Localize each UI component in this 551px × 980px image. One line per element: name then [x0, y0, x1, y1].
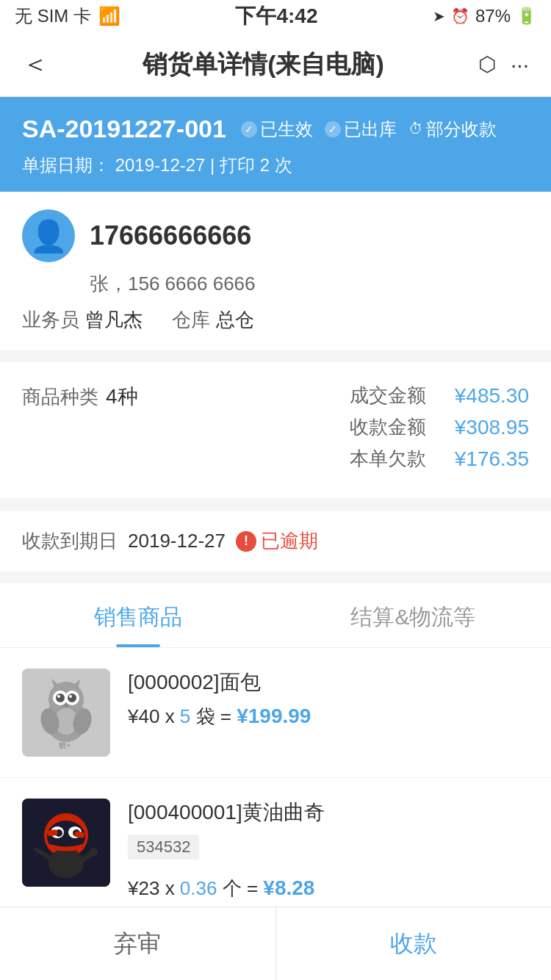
badge-effective: ✓ 已生效	[241, 118, 313, 141]
product-name-2: [000400001]黄油曲奇	[128, 799, 529, 826]
due-date-value: 2019-12-27	[128, 530, 226, 552]
tab-settlement[interactable]: 结算&物流等	[276, 583, 551, 647]
svg-point-6	[68, 693, 76, 702]
nav-left: ＜	[22, 46, 48, 82]
product-qty-2: 0.36	[180, 877, 217, 899]
back-button[interactable]: ＜	[22, 46, 48, 82]
svg-point-8	[69, 695, 72, 698]
check-icon-1: ✓	[241, 121, 257, 137]
customer-card: 👤 17666666666 张，156 6666 6666 业务员 曾凡杰 仓库…	[0, 192, 551, 350]
location-icon: ➤	[433, 7, 445, 25]
overdue-badge: ! 已逾期	[236, 528, 318, 554]
summary-card: 商品种类 4种 成交金额 ¥485.30 收款金额 ¥308.95 本单欠款 ¥…	[0, 362, 551, 498]
nav-right: ⬡ ···	[478, 52, 529, 77]
alarm-icon: ⏰	[451, 7, 469, 25]
badge-partial: ⏱ 部分收款	[408, 118, 497, 141]
product-thumbnail-1: 貔+	[22, 669, 110, 757]
svg-point-5	[56, 693, 65, 702]
header-card: SA-20191227-001 ✓ 已生效 ✓ 已出库 ⏱ 部分收款 单据日期：…	[0, 97, 551, 192]
battery-icon: 🔋	[516, 7, 536, 26]
overdue-text: 已逾期	[261, 528, 318, 554]
svg-point-27	[89, 848, 98, 857]
summary-row: 商品种类 4种 成交金额 ¥485.30 收款金额 ¥308.95 本单欠款 ¥…	[22, 383, 529, 478]
nav-title: 销货单详情(来自电脑)	[143, 48, 384, 82]
confirm-button[interactable]: 收款	[276, 907, 552, 980]
clock-icon: ⏱	[408, 120, 423, 137]
product-info-1: [0000002]面包 ¥40 x 5 袋 = ¥199.99	[128, 669, 529, 729]
summary-right: 成交金额 ¥485.30 收款金额 ¥308.95 本单欠款 ¥176.35	[350, 383, 529, 478]
due-date-card: 收款到期日 2019-12-27 ! 已逾期	[0, 510, 551, 572]
order-id: SA-20191227-001	[22, 115, 226, 143]
customer-top: 👤 17666666666	[22, 209, 529, 262]
amount-label: 成交金额	[350, 383, 426, 408]
received-value: ¥308.95	[441, 416, 529, 439]
product-total-1: ¥199.99	[237, 705, 311, 727]
tab-sales-products[interactable]: 销售商品	[0, 583, 276, 647]
cancel-button[interactable]: 弃审	[0, 907, 276, 980]
status-bar: 无 SIM 卡 📶 下午4:42 ➤ ⏰ 87% 🔋	[0, 0, 551, 32]
cookie-svg	[22, 799, 110, 887]
salesperson-value: 曾凡杰	[85, 307, 143, 333]
product-price-1: ¥40 x 5 袋 = ¥199.99	[128, 704, 529, 729]
status-right: ➤ ⏰ 87% 🔋	[433, 6, 536, 26]
owed-value: ¥176.35	[441, 447, 529, 471]
badge-shipped: ✓ 已出库	[325, 118, 397, 141]
avatar: 👤	[22, 209, 75, 262]
customer-phone: 17666666666	[90, 220, 251, 251]
svg-point-7	[57, 695, 60, 698]
owed-label: 本单欠款	[350, 446, 426, 472]
product-price-2: ¥23 x 0.36 个 = ¥8.28	[128, 876, 529, 901]
customer-name: 张，156 6666 6666	[90, 271, 529, 297]
product-qty-1: 5	[180, 705, 190, 727]
product-item-2: [000400001]黄油曲奇 534532 ¥23 x 0.36 个 = ¥8…	[0, 778, 551, 923]
battery-text: 87%	[475, 6, 511, 26]
warehouse-item: 仓库 总仓	[172, 307, 254, 333]
nav-bar: ＜ 销货单详情(来自电脑) ⬡ ···	[0, 32, 551, 97]
header-card-top: SA-20191227-001 ✓ 已生效 ✓ 已出库 ⏱ 部分收款	[22, 115, 529, 143]
status-left: 无 SIM 卡 📶	[15, 4, 120, 28]
due-label: 收款到期日	[22, 528, 118, 554]
product-thumbnail-2	[22, 799, 110, 887]
header-sub: 单据日期： 2019-12-27 | 打印 2 次	[22, 154, 529, 177]
product-info-2: [000400001]黄油曲奇 534532 ¥23 x 0.36 个 = ¥8…	[128, 799, 529, 901]
customer-meta: 业务员 曾凡杰 仓库 总仓	[22, 307, 529, 333]
avatar-icon: 👤	[29, 218, 68, 254]
check-icon-2: ✓	[325, 121, 341, 137]
amount-value: ¥485.30	[441, 384, 529, 408]
summary-left: 商品种类 4种	[22, 383, 138, 411]
bottom-bar: 弃审 收款	[0, 907, 551, 980]
time-display: 下午4:42	[235, 2, 317, 30]
share-icon[interactable]: ⬡	[478, 52, 496, 76]
product-type: 商品种类 4种	[22, 383, 138, 411]
wifi-icon: 📶	[98, 6, 120, 26]
received-label: 收款金额	[350, 414, 426, 440]
warehouse-value: 总仓	[216, 307, 254, 333]
carrier-text: 无 SIM 卡	[15, 4, 91, 28]
product-list: 貔+ [0000002]面包 ¥40 x 5 袋 = ¥199.99	[0, 648, 551, 923]
owed-line: 本单欠款 ¥176.35	[350, 446, 529, 472]
svg-text:貔+: 貔+	[59, 741, 71, 749]
received-line: 收款金额 ¥308.95	[350, 414, 529, 440]
product-item: 貔+ [0000002]面包 ¥40 x 5 袋 = ¥199.99	[0, 648, 551, 778]
more-icon[interactable]: ···	[511, 52, 529, 77]
overdue-icon: !	[236, 531, 256, 552]
product-name-1: [0000002]面包	[128, 669, 529, 696]
warehouse-label: 仓库	[172, 307, 210, 333]
tabs-container: 销售商品 结算&物流等	[0, 583, 551, 648]
amount-line: 成交金额 ¥485.30	[350, 383, 529, 408]
product-total-2: ¥8.28	[263, 876, 314, 899]
owl-svg: 貔+	[22, 669, 110, 757]
product-tag-2: 534532	[128, 835, 199, 860]
salesperson-item: 业务员 曾凡杰	[22, 307, 143, 333]
salesperson-label: 业务员	[22, 307, 79, 333]
tabs: 销售商品 结算&物流等	[0, 583, 551, 648]
badges: ✓ 已生效 ✓ 已出库 ⏱ 部分收款	[241, 118, 497, 141]
